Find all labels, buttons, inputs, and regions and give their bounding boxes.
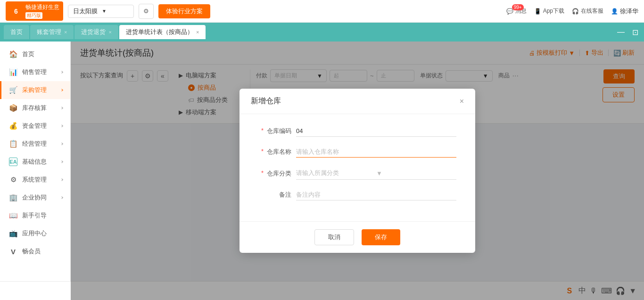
sales-arrow-icon bbox=[60, 71, 63, 74]
sidebar-item-member[interactable]: V 畅会员 bbox=[0, 242, 70, 260]
phone-icon: 📱 bbox=[534, 8, 541, 15]
store-name: 日太阳膜 bbox=[73, 7, 100, 16]
member-icon: V bbox=[9, 247, 17, 256]
sidebar-item-sales-label: 销售管理 bbox=[22, 68, 47, 76]
purchase-icon: 🛒 bbox=[9, 86, 17, 94]
cancel-button[interactable]: 取消 bbox=[314, 229, 354, 245]
category-select[interactable]: 请输入所属分类 ▼ bbox=[296, 167, 456, 180]
online-service-btn[interactable]: 🎧 在线客服 bbox=[572, 7, 603, 15]
sidebar-item-base-info-label: 基础信息 bbox=[22, 158, 47, 166]
logo-icon: 6 bbox=[9, 5, 23, 18]
message-badge: 99+ bbox=[512, 4, 524, 10]
form-row-note: 备注 bbox=[258, 189, 456, 200]
category-dropdown-icon: ▼ bbox=[376, 170, 456, 177]
app-download-btn[interactable]: 📱 App下载 bbox=[534, 7, 564, 15]
topbar: 6 畅捷通好生意 精巧版 日太阳膜 ▼ ⚙ 体验行业方案 💬 99+ 消息 📱 … bbox=[0, 0, 644, 23]
tabbar: 首页 账套管理 × 进货退货 × 进货单统计表（按商品） × — ⊡ bbox=[0, 23, 644, 42]
dialog-header: 新增仓库 × bbox=[239, 89, 475, 114]
form-row-name: 仓库名称 bbox=[258, 146, 456, 158]
purchase-arrow-icon bbox=[60, 89, 63, 92]
user-area[interactable]: 👤 徐泽华 bbox=[611, 7, 638, 16]
code-input[interactable] bbox=[296, 125, 456, 137]
gear-button[interactable]: ⚙ bbox=[139, 4, 154, 19]
dialog-footer: 取消 保存 bbox=[239, 221, 475, 253]
headset-icon: 🎧 bbox=[572, 8, 579, 15]
store-dropdown-arrow: ▼ bbox=[102, 8, 129, 14]
tab-minimize-btn[interactable]: — bbox=[615, 26, 627, 39]
base-info-arrow-icon bbox=[60, 160, 63, 163]
app-download-label: App下载 bbox=[543, 7, 564, 15]
sidebar-item-inventory[interactable]: 📦 库存核算 bbox=[0, 99, 70, 117]
operations-arrow-icon bbox=[60, 142, 63, 145]
apps-icon: 📺 bbox=[9, 229, 17, 238]
sidebar-item-home-label: 首页 bbox=[22, 50, 34, 58]
sales-icon: 📊 bbox=[9, 68, 17, 76]
dialog-body: 仓库编码 仓库名称 仓库分类 请输入所属分类 ▼ bbox=[239, 114, 475, 221]
content-area: 进货单统计(按商品) 🖨 按模板打印 ▼ ⬆ 导出 🔄 刷新 bbox=[71, 42, 644, 300]
base-info-icon: EA bbox=[9, 158, 17, 166]
sidebar-item-finance[interactable]: 💰 资金管理 bbox=[0, 117, 70, 135]
sidebar-item-guide[interactable]: 📖 新手引导 bbox=[0, 207, 70, 225]
save-button[interactable]: 保存 bbox=[362, 229, 400, 245]
sidebar-item-operations[interactable]: 📋 经营管理 bbox=[0, 135, 70, 153]
category-label: 仓库分类 bbox=[258, 169, 296, 178]
tab-purchase-stat-close[interactable]: × bbox=[196, 29, 199, 35]
gear-icon: ⚙ bbox=[143, 8, 149, 15]
sidebar-item-inventory-label: 库存核算 bbox=[22, 104, 47, 112]
enterprise-arrow-icon bbox=[60, 196, 63, 199]
sidebar-item-purchase[interactable]: 🛒 采购管理 bbox=[0, 81, 70, 99]
sidebar-item-home[interactable]: 🏠 首页 bbox=[0, 45, 70, 63]
system-icon: ⚙ bbox=[9, 175, 17, 184]
sidebar-item-system-label: 系统管理 bbox=[22, 175, 47, 184]
system-arrow-icon bbox=[60, 178, 63, 181]
tab-purchase-return[interactable]: 进货退货 × bbox=[74, 25, 118, 39]
user-name: 徐泽华 bbox=[620, 7, 638, 16]
sidebar-item-member-label: 畅会员 bbox=[22, 247, 41, 256]
tab-account-close[interactable]: × bbox=[64, 29, 67, 35]
logo[interactable]: 6 畅捷通好生意 精巧版 bbox=[6, 1, 63, 21]
category-placeholder: 请输入所属分类 bbox=[296, 169, 376, 177]
home-icon: 🏠 bbox=[9, 50, 17, 58]
note-input[interactable] bbox=[296, 189, 456, 200]
sidebar: 🏠 首页 📊 销售管理 🛒 采购管理 📦 库存核算 💰 资金管理 📋 经营管理 bbox=[0, 42, 71, 300]
modal-overlay[interactable]: 新增仓库 × 仓库编码 仓库名称 bbox=[71, 42, 644, 300]
sidebar-item-enterprise[interactable]: 🏢 企业协同 bbox=[0, 189, 70, 207]
sidebar-item-base-info[interactable]: EA 基础信息 bbox=[0, 153, 70, 171]
tab-home-label: 首页 bbox=[10, 28, 23, 36]
tab-purchase-stat[interactable]: 进货单统计表（按商品） × bbox=[119, 25, 206, 39]
enterprise-icon: 🏢 bbox=[9, 193, 17, 202]
guide-icon: 📖 bbox=[9, 211, 17, 220]
code-label: 仓库编码 bbox=[258, 127, 296, 135]
tab-home[interactable]: 首页 bbox=[4, 25, 29, 39]
tab-account[interactable]: 账套管理 × bbox=[30, 25, 74, 39]
sidebar-item-guide-label: 新手引导 bbox=[22, 211, 47, 220]
form-row-code: 仓库编码 bbox=[258, 125, 456, 137]
dialog-title: 新增仓库 bbox=[251, 96, 281, 106]
finance-arrow-icon bbox=[60, 125, 63, 127]
tab-account-label: 账套管理 bbox=[37, 28, 61, 36]
online-service-label: 在线客服 bbox=[581, 7, 603, 15]
logo-title: 畅捷通好生意 bbox=[25, 3, 59, 11]
sidebar-item-finance-label: 资金管理 bbox=[22, 122, 47, 130]
logo-tag: 精巧版 bbox=[25, 12, 42, 19]
form-row-category: 仓库分类 请输入所属分类 ▼ bbox=[258, 167, 456, 180]
tab-expand-btn[interactable]: ⊡ bbox=[630, 26, 640, 39]
sidebar-item-apps-label: 应用中心 bbox=[22, 229, 47, 238]
sidebar-item-purchase-label: 采购管理 bbox=[22, 86, 47, 94]
store-selector[interactable]: 日太阳膜 ▼ bbox=[68, 5, 134, 18]
message-btn[interactable]: 💬 99+ 消息 bbox=[506, 7, 527, 15]
tabbar-right: — ⊡ bbox=[615, 26, 640, 39]
sidebar-item-system[interactable]: ⚙ 系统管理 bbox=[0, 171, 70, 189]
note-label: 备注 bbox=[258, 191, 296, 199]
dialog-close-btn[interactable]: × bbox=[460, 97, 464, 106]
trial-button[interactable]: 体验行业方案 bbox=[158, 4, 210, 18]
dialog: 新增仓库 × 仓库编码 仓库名称 bbox=[239, 89, 475, 253]
finance-icon: 💰 bbox=[9, 122, 17, 130]
sidebar-item-apps[interactable]: 📺 应用中心 bbox=[0, 225, 70, 242]
operations-icon: 📋 bbox=[9, 140, 17, 148]
sidebar-item-sales[interactable]: 📊 销售管理 bbox=[0, 63, 70, 81]
name-input[interactable] bbox=[296, 146, 456, 158]
tab-purchase-return-label: 进货退货 bbox=[81, 28, 106, 36]
tab-purchase-return-close[interactable]: × bbox=[108, 29, 111, 35]
logo-text-area: 畅捷通好生意 精巧版 bbox=[25, 3, 59, 19]
